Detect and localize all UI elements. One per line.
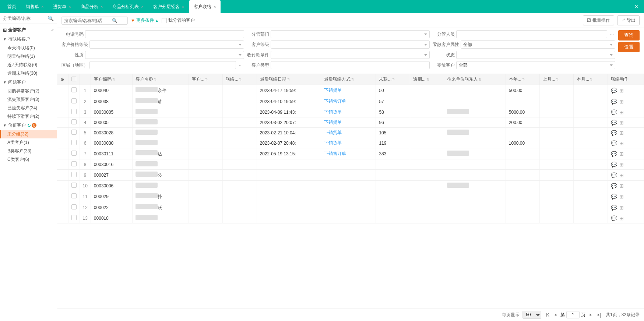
- close-contact-icon[interactable]: ×: [214, 4, 216, 9]
- col-last-contact-date[interactable]: 最后联络日期⇅: [257, 74, 321, 85]
- close-sales-icon[interactable]: ×: [41, 4, 43, 9]
- message-icon[interactable]: 💬: [611, 120, 617, 126]
- refresh-icon[interactable]: ↻: [27, 123, 31, 128]
- all-customers-header[interactable]: ⊞ 全部客户 «: [0, 24, 57, 35]
- grid-action-icon[interactable]: ⊞: [619, 194, 624, 200]
- contact-way-link[interactable]: 下销售订单: [324, 99, 346, 104]
- main-search-input[interactable]: [64, 18, 112, 23]
- col-type[interactable]: 客户...⇅: [189, 74, 223, 85]
- message-icon[interactable]: 💬: [611, 130, 617, 136]
- prev-page-button[interactable]: <: [553, 311, 559, 318]
- message-icon[interactable]: 💬: [611, 109, 617, 115]
- payment-select[interactable]: [271, 51, 430, 59]
- col-no-contact[interactable]: 未联...⇅: [376, 74, 410, 85]
- col-settings[interactable]: ⚙: [57, 74, 68, 85]
- grid-action-icon[interactable]: ⊞: [619, 151, 624, 157]
- nav-analysis[interactable]: 商品分析 ×: [76, 0, 107, 13]
- phone-input[interactable]: [85, 30, 244, 38]
- message-icon[interactable]: 💬: [611, 88, 617, 94]
- row-checkbox[interactable]: [71, 193, 77, 198]
- message-icon[interactable]: 💬: [611, 151, 617, 157]
- first-page-button[interactable]: K: [544, 311, 551, 318]
- contact-way-link[interactable]: 下销货单: [324, 109, 342, 114]
- message-icon[interactable]: 💬: [611, 99, 617, 105]
- message-icon[interactable]: 💬: [611, 162, 617, 167]
- row-checkbox[interactable]: [71, 98, 77, 103]
- problem-customers-group[interactable]: ▼ 问题客户: [0, 78, 57, 87]
- value-customers-group[interactable]: ▼ 价值客户 ↻ 8: [0, 121, 57, 130]
- row-checkbox[interactable]: [71, 161, 77, 166]
- category-search-icon[interactable]: 🔍: [47, 15, 54, 21]
- next-page-button[interactable]: >: [587, 311, 594, 318]
- contact-way-link[interactable]: 下销货单: [324, 120, 342, 125]
- per-page-select[interactable]: 50 100 200: [522, 311, 541, 319]
- page-number-input[interactable]: [566, 311, 580, 318]
- contact-way-link[interactable]: 下销货单: [324, 130, 342, 135]
- last-page-button[interactable]: >|: [595, 311, 603, 318]
- query-button[interactable]: 查询: [618, 30, 640, 40]
- grid-action-icon[interactable]: ⊞: [619, 183, 624, 189]
- batch-operation-button[interactable]: ☑ 批量操作: [583, 15, 614, 25]
- grid-action-icon[interactable]: ⊞: [619, 215, 624, 221]
- row-checkbox[interactable]: [71, 140, 77, 145]
- grid-action-icon[interactable]: ⊞: [619, 205, 624, 211]
- col-last-contact-way[interactable]: 最后联络方式⇅: [321, 74, 376, 85]
- grid-action-icon[interactable]: ⊞: [619, 88, 624, 94]
- sidebar-item-churned[interactable]: 已流失客户(24): [0, 104, 57, 112]
- nav-customer-segment[interactable]: 客户分层经客 ×: [149, 0, 189, 13]
- col-this-year[interactable]: 本年...⇅: [506, 74, 539, 85]
- message-icon[interactable]: 💬: [611, 172, 617, 178]
- status-select[interactable]: [456, 51, 615, 59]
- col-name[interactable]: 客户名称⇅: [133, 74, 189, 85]
- retail-customer-select[interactable]: 全部: [456, 61, 615, 69]
- close-analysis-list-icon[interactable]: ×: [141, 4, 143, 9]
- sidebar-item-abnormal[interactable]: 回购异常客户(2): [0, 87, 57, 95]
- sidebar-item-c-class[interactable]: C类客户(6): [0, 155, 57, 164]
- grid-action-icon[interactable]: ⊞: [619, 99, 624, 105]
- row-checkbox[interactable]: [71, 109, 77, 114]
- message-icon[interactable]: 💬: [611, 194, 617, 200]
- row-checkbox[interactable]: [71, 215, 77, 220]
- grid-action-icon[interactable]: ⊞: [619, 172, 624, 178]
- sidebar-item-declining[interactable]: 持续下滑客户(2): [0, 112, 57, 121]
- dept-select[interactable]: [271, 30, 430, 38]
- col-overdue[interactable]: 逾期...⇅: [410, 74, 444, 85]
- category-search-input[interactable]: [3, 16, 47, 21]
- grid-action-icon[interactable]: ⊞: [619, 140, 624, 146]
- nav-sales[interactable]: 销售单 ×: [21, 0, 48, 13]
- row-checkbox[interactable]: [71, 204, 77, 209]
- sidebar-item-7days[interactable]: 近7天待联络(0): [0, 61, 57, 69]
- message-icon[interactable]: 💬: [611, 215, 617, 221]
- sidebar-item-b-class[interactable]: B类客户(33): [0, 147, 57, 155]
- row-checkbox[interactable]: [71, 119, 77, 124]
- close-purchase-icon[interactable]: ×: [68, 4, 71, 9]
- col-this-month[interactable]: 本月...⇅: [574, 74, 608, 85]
- sidebar-item-a-class[interactable]: A类客户(1): [0, 138, 57, 147]
- price-level-select[interactable]: [89, 40, 244, 49]
- nav-home[interactable]: 首页: [3, 0, 21, 13]
- manager-dots-icon[interactable]: ···: [609, 32, 615, 37]
- my-customers-checkbox[interactable]: [162, 18, 167, 23]
- sidebar-collapse-icon[interactable]: «: [51, 28, 54, 33]
- col-code[interactable]: 客户编码⇅: [91, 74, 132, 85]
- contact-way-link[interactable]: 下销货单: [324, 88, 342, 93]
- col-last-month[interactable]: 上月...⇅: [540, 74, 574, 85]
- contact-way-link[interactable]: 下销售订单: [324, 151, 346, 156]
- row-checkbox[interactable]: [71, 151, 77, 156]
- sidebar-item-tomorrow[interactable]: 明天待联络(1): [0, 52, 57, 61]
- retail-attr-select[interactable]: 全部: [461, 40, 615, 49]
- nav-customer-contact[interactable]: 客户联络 ×: [189, 0, 220, 13]
- col-check[interactable]: [68, 74, 80, 85]
- message-icon[interactable]: 💬: [611, 140, 617, 146]
- col-contact[interactable]: 联络...⇅: [223, 74, 257, 85]
- reset-button[interactable]: 设置: [618, 42, 640, 52]
- more-conditions-btn[interactable]: ▼ 更多条件 ▲: [131, 17, 159, 24]
- manager-input[interactable]: [456, 30, 607, 38]
- region-dots-icon[interactable]: ···: [237, 63, 244, 68]
- col-company-contact[interactable]: 往来单位联系人⇅: [444, 74, 506, 85]
- region-input[interactable]: [89, 61, 236, 69]
- message-icon[interactable]: 💬: [611, 205, 617, 211]
- customer-level-select[interactable]: [271, 40, 430, 49]
- row-checkbox[interactable]: [71, 130, 77, 135]
- row-checkbox[interactable]: [71, 172, 77, 177]
